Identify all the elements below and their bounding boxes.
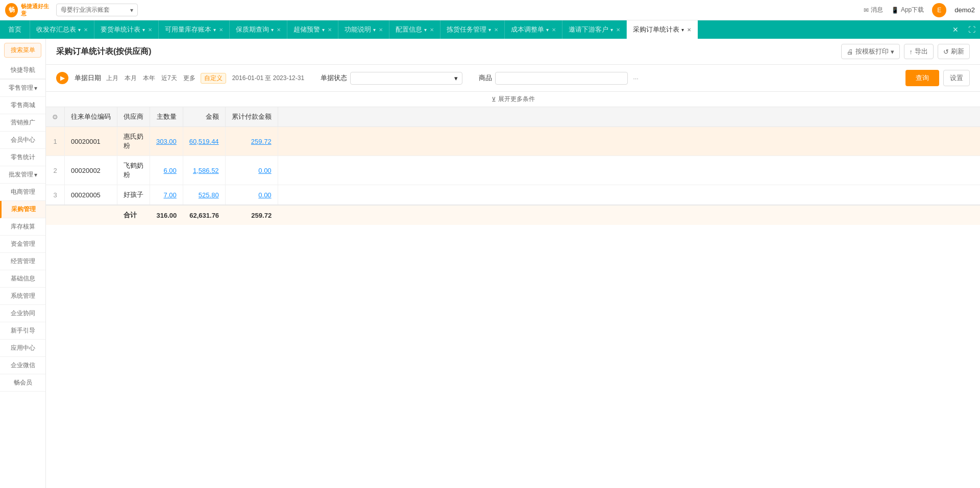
shortcut-more[interactable]: 更多 [181, 73, 198, 83]
sidebar-item-new-guide[interactable]: 新手引导 [0, 322, 45, 340]
table-row[interactable]: 2 00020002 飞鹤奶粉 6.00 1,586.52 0.00 [46, 156, 980, 185]
sidebar-item-app-center[interactable]: 应用中心 [0, 340, 45, 357]
sidebar-item-basic-info[interactable]: 基础信息 [0, 270, 45, 288]
close-icon[interactable]: ✕ [379, 27, 383, 33]
close-icon[interactable]: ✕ [84, 27, 88, 33]
data-table-container: ⚙ 往来单位编码 供应商 主数量 金额 累计付款金额 1 00020001 [46, 107, 980, 488]
refresh-btn[interactable]: ↺ 刷新 [938, 44, 970, 59]
export-btn[interactable]: ↑ 导出 [904, 44, 934, 59]
settings-icon[interactable]: ⚙ [52, 113, 58, 121]
maximize-btn[interactable]: ⛶ [964, 20, 980, 39]
tab-receive-summary[interactable]: 收发存汇总表 ▾ ✕ [30, 20, 94, 39]
query-btn[interactable]: 查询 [905, 70, 939, 86]
tab-home[interactable]: 首页 [0, 20, 30, 39]
close-icon[interactable]: ✕ [219, 27, 223, 33]
goods-more-icon[interactable]: ··· [631, 74, 641, 82]
tab-purchase-order-stats[interactable]: 采购订单统计表 ▾ ✕ [627, 20, 698, 39]
amount-2[interactable]: 1,586.52 [183, 156, 225, 185]
sidebar-item-operations-mgmt[interactable]: 经营管理 [0, 253, 45, 270]
table-header-row: ⚙ 往来单位编码 供应商 主数量 金额 累计付款金额 [46, 107, 980, 127]
sidebar-item-retail-mgmt[interactable]: 零售管理 ▾ [0, 80, 45, 97]
tab-expiry-query-label: 保质期查询 [236, 25, 269, 34]
sidebar-item-retail-mall-label: 零售商城 [11, 101, 35, 109]
sidebar-item-quick-nav[interactable]: 快捷导航 [0, 62, 45, 79]
sidebar-item-stock-accounting[interactable]: 库存核算 [0, 218, 45, 236]
sidebar-item-ecom-mgmt[interactable]: 电商管理 [0, 184, 45, 201]
col-main-qty: 主数量 [150, 107, 183, 127]
close-icon[interactable]: ✕ [430, 27, 434, 33]
row-num-1: 1 [46, 127, 65, 156]
message-btn[interactable]: ✉ 消息 [864, 6, 883, 14]
store-selector[interactable]: 母婴行业演示账套 ▾ [56, 4, 138, 16]
shortcut-last-month[interactable]: 上月 [104, 73, 120, 83]
close-icon[interactable]: ✕ [494, 27, 498, 33]
main-qty-2[interactable]: 6.00 [150, 156, 183, 185]
search-menu-btn[interactable]: 搜索菜单 [4, 43, 41, 58]
supplier-2: 飞鹤奶粉 [117, 156, 150, 185]
sidebar-item-marketing[interactable]: 营销推广 [0, 114, 45, 132]
app-download-btn[interactable]: 📱 App下载 [891, 6, 924, 14]
shortcut-this-month[interactable]: 本月 [122, 73, 139, 83]
minimize-btn[interactable]: ✕ [947, 20, 964, 39]
sidebar-item-finance-mgmt[interactable]: 资金管理 [0, 236, 45, 253]
tab-config-info[interactable]: 配置信息 ▾ ✕ [389, 20, 440, 39]
close-icon[interactable]: ✕ [277, 27, 281, 33]
tab-overstock-alert-label: 超储预警 [293, 25, 320, 34]
shortcut-this-year[interactable]: 本年 [141, 73, 157, 83]
close-icon[interactable]: ✕ [148, 27, 152, 33]
supplier-3: 好孩子 [117, 185, 150, 206]
sidebar-item-retail-mgmt-label: 零售管理 [9, 84, 33, 92]
expand-more-btn[interactable]: ⊻ 展开更多条件 [46, 92, 980, 107]
paid-amount-3[interactable]: 0.00 [225, 185, 278, 206]
avatar: E [932, 3, 946, 17]
sidebar-item-member-center[interactable]: 会员中心 [0, 132, 45, 149]
status-select[interactable]: ▾ [350, 72, 462, 85]
tab-pick-task[interactable]: 拣货任务管理 ▾ ✕ [440, 20, 505, 39]
sidebar-item-purchase-mgmt[interactable]: 采购管理 [0, 201, 45, 218]
tab-expiry-query[interactable]: 保质期查询 ▾ ✕ [230, 20, 287, 39]
sidebar-item-system-mgmt[interactable]: 系统管理 [0, 288, 45, 305]
paid-amount-2[interactable]: 0.00 [225, 156, 278, 185]
close-icon[interactable]: ✕ [552, 27, 556, 33]
window-controls: ✕ ⛶ [947, 20, 980, 39]
sidebar-item-enterprise-collab[interactable]: 企业协同 [0, 305, 45, 322]
tab-cost-adjust[interactable]: 成本调整单 ▾ ✕ [505, 20, 562, 39]
print-btn[interactable]: 🖨 按模板打印 ▾ [841, 44, 900, 59]
main-qty-3[interactable]: 7.00 [150, 185, 183, 206]
sidebar-item-retail-stats[interactable]: 零售统计 [0, 149, 45, 166]
tab-available-stock[interactable]: 可用量库存账本 ▾ ✕ [159, 20, 230, 39]
user-name[interactable]: demo2 [954, 6, 975, 14]
tab-requisition-stats[interactable]: 要货单统计表 ▾ ✕ [94, 20, 159, 39]
paid-amount-1[interactable]: 259.72 [225, 127, 278, 156]
table-row[interactable]: 3 00020005 好孩子 7.00 525.80 0.00 [46, 185, 980, 206]
sidebar-item-wechat-work[interactable]: 企业微信 [0, 357, 45, 374]
filter-toggle-btn[interactable]: ▶ [56, 72, 68, 84]
shortcut-7days[interactable]: 近7天 [159, 73, 179, 83]
expand-more-bar: ⊻ 展开更多条件 [46, 92, 980, 107]
goods-input[interactable] [495, 72, 628, 85]
tab-overstock-alert[interactable]: 超储预警 ▾ ✕ [287, 20, 338, 39]
tab-function-desc[interactable]: 功能说明 ▾ ✕ [338, 20, 389, 39]
sidebar-item-wholesale-mgmt[interactable]: 批发管理 ▾ [0, 166, 45, 184]
nav-tabs: 首页 收发存汇总表 ▾ ✕ 要货单统计表 ▾ ✕ 可用量库存账本 ▾ ✕ 保质期… [0, 20, 980, 39]
tab-invite-downstream-label: 邀请下游客户 [569, 25, 608, 34]
amount-1[interactable]: 60,519.44 [183, 127, 225, 156]
close-icon[interactable]: ✕ [328, 27, 332, 33]
sidebar-item-retail-mall[interactable]: 零售商城 [0, 97, 45, 114]
amount-3[interactable]: 525.80 [183, 185, 225, 206]
settings-btn[interactable]: 设置 [943, 70, 970, 86]
sidebar-item-wholesale-mgmt-label: 批发管理 [9, 170, 33, 179]
table-row[interactable]: 1 00020001 惠氏奶粉 303.00 60,519.44 259.72 [46, 127, 980, 156]
sidebar-item-member-app[interactable]: 畅会员 [0, 374, 45, 392]
export-label: 导出 [915, 47, 928, 56]
col-paid-amount: 累计付款金额 [225, 107, 278, 127]
top-bar: 畅 畅捷通好生意 母婴行业演示账套 ▾ ✉ 消息 📱 App下载 E demo2 [0, 0, 980, 20]
header-actions: 🖨 按模板打印 ▾ ↑ 导出 ↺ 刷新 [841, 44, 970, 59]
sidebar-item-member-center-label: 会员中心 [11, 136, 35, 143]
close-icon[interactable]: ✕ [687, 27, 691, 33]
tab-invite-downstream[interactable]: 邀请下游客户 ▾ ✕ [562, 20, 627, 39]
close-icon[interactable]: ✕ [616, 27, 620, 33]
main-qty-1[interactable]: 303.00 [150, 127, 183, 156]
date-filter-label: 单据日期 [75, 73, 101, 83]
tab-available-stock-label: 可用量库存账本 [165, 25, 211, 34]
